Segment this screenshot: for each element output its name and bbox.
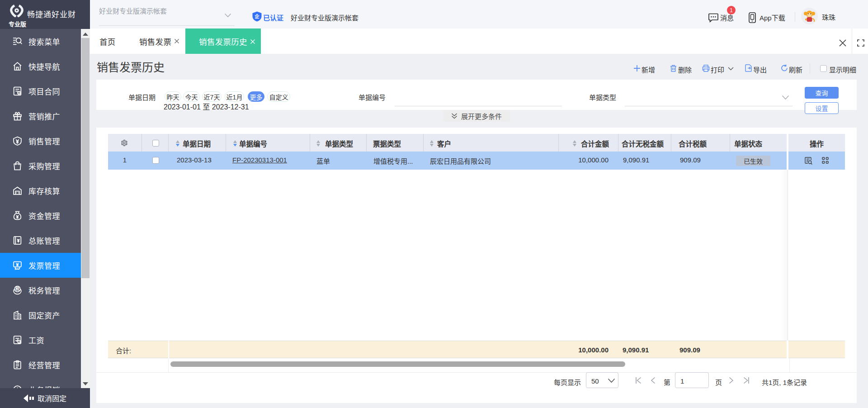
- svg-text:税: 税: [15, 286, 19, 291]
- svg-text:企: 企: [255, 14, 260, 19]
